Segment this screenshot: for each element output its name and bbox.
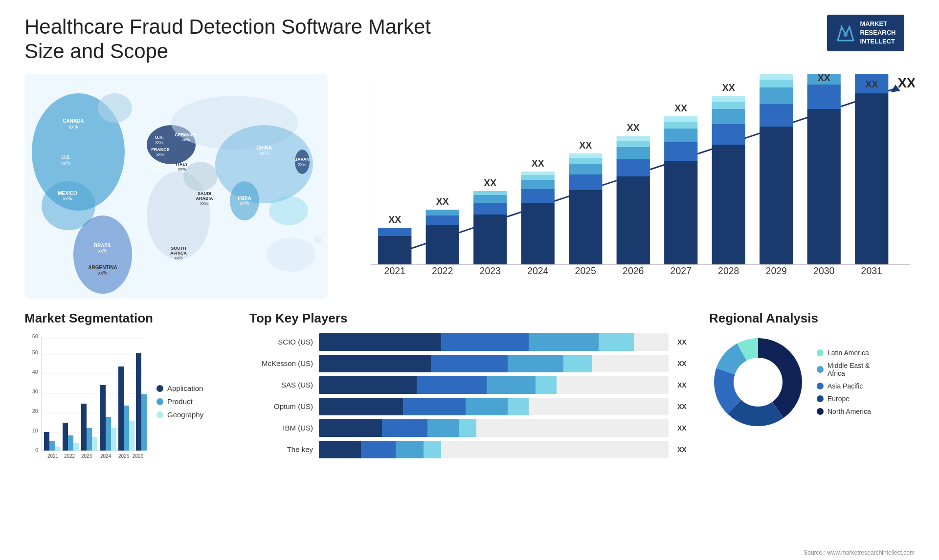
- svg-text:SOUTH: SOUTH: [171, 246, 186, 251]
- svg-rect-93: [664, 116, 697, 122]
- svg-rect-90: [664, 142, 697, 161]
- logo-box: MARKET RESEARCH INTELLECT: [827, 15, 905, 51]
- player-bar-bg-sas: [319, 376, 669, 394]
- player-xx-mckesson: XX: [677, 360, 690, 367]
- player-bar-mckesson: [319, 355, 669, 372]
- svg-rect-134: [44, 432, 49, 451]
- bar-chart-section: XX 2021 XX 2022 XX 20: [342, 74, 915, 299]
- svg-point-1: [843, 32, 848, 37]
- application-dot: [156, 385, 163, 392]
- svg-rect-142: [81, 404, 87, 451]
- svg-rect-103: [760, 127, 793, 264]
- svg-text:xx%: xx%: [174, 256, 182, 260]
- svg-text:2029: 2029: [766, 265, 787, 276]
- bar-seg4: [459, 419, 476, 437]
- svg-rect-147: [106, 417, 111, 451]
- bar-chart-svg: XX 2021 XX 2022 XX 20: [342, 74, 915, 299]
- svg-text:2021: 2021: [47, 453, 59, 459]
- svg-point-4: [98, 93, 132, 123]
- player-name-sas: SAS (US): [249, 381, 313, 389]
- svg-text:2021: 2021: [384, 265, 405, 276]
- svg-text:0: 0: [35, 447, 38, 453]
- svg-text:XX: XX: [579, 140, 592, 151]
- svg-rect-100: [712, 96, 745, 102]
- svg-text:xx%: xx%: [155, 140, 163, 145]
- svg-text:xx%: xx%: [178, 167, 186, 172]
- svg-rect-79: [569, 153, 602, 158]
- svg-rect-143: [87, 428, 92, 451]
- bar-seg2: [403, 398, 466, 415]
- svg-rect-107: [760, 74, 793, 80]
- svg-text:2025: 2025: [118, 453, 130, 459]
- player-bar-optum: [319, 398, 669, 415]
- svg-rect-139: [68, 435, 73, 451]
- player-bar-sas: [319, 376, 669, 394]
- legend-mea: Middle East &Africa: [817, 362, 871, 377]
- svg-rect-84: [617, 147, 650, 159]
- bottom-row: Market Segmentation 0 10 20 30 40 50 60: [24, 311, 915, 496]
- bar-seg3: [466, 398, 508, 415]
- player-row-thekey: The key XX: [249, 441, 690, 458]
- svg-rect-138: [63, 423, 68, 451]
- svg-rect-91: [664, 129, 697, 142]
- header: Healthcare Fraud Detection Software Mark…: [24, 15, 915, 64]
- svg-rect-83: [617, 159, 650, 176]
- product-label: Product: [167, 397, 193, 406]
- legend-asia-pacific: Asia Pacific: [817, 382, 871, 390]
- bar-seg2: [417, 376, 487, 394]
- svg-text:CANADA: CANADA: [63, 118, 84, 124]
- svg-rect-105: [760, 87, 793, 104]
- svg-rect-148: [111, 428, 116, 451]
- key-players-title: Top Key Players: [249, 311, 690, 326]
- svg-rect-72: [521, 172, 555, 175]
- asia-pacific-label: Asia Pacific: [827, 382, 863, 390]
- svg-text:xx%: xx%: [298, 162, 306, 167]
- bar-seg1: [319, 355, 431, 372]
- svg-text:U.S.: U.S.: [61, 155, 71, 160]
- svg-text:xx%: xx%: [260, 151, 269, 156]
- svg-rect-135: [49, 441, 55, 451]
- main-container: Healthcare Fraud Detection Software Mark…: [0, 0, 939, 560]
- logo-text: MARKET RESEARCH INTELLECT: [860, 20, 896, 46]
- svg-rect-140: [73, 443, 79, 451]
- bar-seg2: [361, 441, 396, 458]
- svg-text:2030: 2030: [813, 265, 834, 276]
- bar-seg4: [536, 376, 557, 394]
- bar-seg4: [424, 441, 441, 458]
- svg-text:xx%: xx%: [156, 152, 164, 157]
- svg-text:XX: XX: [818, 74, 830, 83]
- svg-rect-146: [100, 385, 106, 451]
- legend-north-america: North America: [817, 408, 871, 415]
- world-map-svg: CANADA xx% U.S. xx% MEXICO xx% BRAZIL xx…: [24, 74, 328, 299]
- bar-seg1: [319, 376, 417, 394]
- svg-rect-58: [426, 215, 459, 225]
- player-xx-scio: XX: [677, 338, 690, 346]
- svg-point-8: [183, 162, 218, 191]
- svg-text:60: 60: [32, 333, 38, 339]
- svg-text:20: 20: [32, 408, 38, 414]
- player-bar-bg-optum: [319, 398, 669, 415]
- svg-text:30: 30: [32, 388, 38, 394]
- product-dot: [156, 398, 163, 405]
- svg-rect-98: [712, 109, 745, 124]
- svg-rect-114: [855, 93, 888, 264]
- svg-rect-69: [521, 189, 555, 203]
- player-bar-scio: [319, 333, 669, 351]
- segmentation-section: Market Segmentation 0 10 20 30 40 50 60: [24, 311, 230, 496]
- svg-text:xx%: xx%: [200, 201, 208, 206]
- player-row-scio: SCIO (US) XX: [249, 333, 690, 351]
- svg-rect-63: [473, 203, 507, 215]
- europe-dot: [817, 395, 824, 402]
- legend-latin-america: Latin America: [817, 349, 871, 357]
- donut-chart-svg: [709, 333, 807, 431]
- north-america-dot: [817, 408, 824, 415]
- geography-label: Geography: [167, 410, 203, 419]
- svg-rect-96: [712, 145, 745, 264]
- svg-text:xx%: xx%: [153, 167, 161, 172]
- svg-text:XX: XX: [484, 177, 496, 188]
- bar-seg4: [563, 355, 591, 372]
- svg-rect-152: [129, 421, 134, 451]
- svg-text:2026: 2026: [133, 453, 144, 459]
- svg-rect-86: [617, 136, 650, 141]
- segmentation-chart-svg: 0 10 20 30 40 50 60: [24, 333, 147, 470]
